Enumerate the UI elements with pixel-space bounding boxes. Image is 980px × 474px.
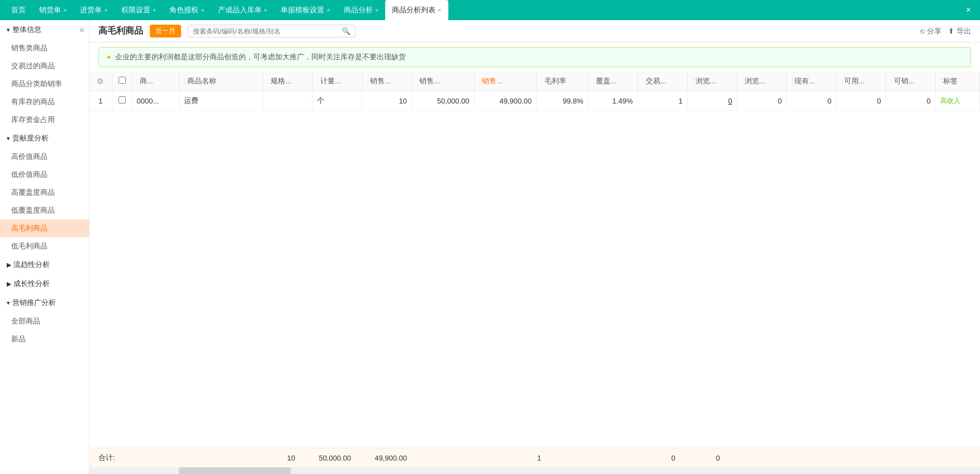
cell-sellable-stock: 0 [886,91,936,111]
sidebar-collapse-btn[interactable]: « [79,25,84,35]
nav-close-permission[interactable]: × [153,7,156,13]
sidebar-group-overview-arrow: ▾ [7,26,10,34]
page-title: 高毛利商品 [98,25,143,37]
sidebar-item-category-assist[interactable]: 商品分类助销率 [0,75,89,93]
sidebar-group-marketing-arrow: ▾ [7,299,10,307]
nav-close-product-analysis[interactable]: × [375,7,378,13]
sidebar-group-contribution[interactable]: ▾ 贡献度分析 [0,129,89,148]
nav-purchase-order[interactable]: 进货单 × [73,0,114,20]
nav-close-finished-goods[interactable]: × [264,7,267,13]
sidebar-group-marketing[interactable]: ▾ 营销推广分析 [0,293,89,312]
footer-available-stock: 0 [680,454,725,462]
footer-gross-margin [411,454,456,462]
col-views1: :浏览... [687,72,737,91]
share-btn[interactable]: ⎋ 分享 [920,26,941,36]
nav-finished-goods[interactable]: 产成品入库单 × [211,0,274,20]
footer-coverage [456,454,501,462]
bottom-scroll-bar[interactable] [89,467,980,474]
nav-permission-settings[interactable]: 权限设置 × [115,0,163,20]
nav-close-product-analysis-list[interactable]: × [438,7,441,13]
export-btn[interactable]: ⬆ 导出 [948,26,971,36]
header-actions: ⎋ 分享 ⬆ 导出 [920,26,971,36]
footer-views1 [546,454,590,462]
nav-sales-order[interactable]: 销货单 × [32,0,73,20]
nav-close-template[interactable]: × [326,7,330,13]
sidebar-item-inventory-capital[interactable]: 库存资金占用 [0,111,89,129]
sidebar-item-new-products[interactable]: 新品 [0,330,89,348]
col-sales-amount: :销售... [411,72,474,91]
scroll-thumb[interactable] [179,467,291,474]
col-gross-margin: :毛利率 [537,72,588,91]
nav-close-purchase-order[interactable]: × [104,7,107,13]
select-all-checkbox[interactable] [119,77,126,84]
table-header-row: ⚙ :商... :商品名称 :规格... :计量... :销售... :销售..… [89,72,980,91]
export-icon: ⬆ [948,27,954,35]
footer-views2 [590,454,635,462]
sidebar: « ▾ 整体信息 销售类商品 交易过的商品 商品分类助销率 有库存的商品 库存资… [0,20,89,474]
content-area: 高毛利商品 近一月 🔍 ⎋ 分享 ⬆ 导出 ✦ 企业的主要的利润都是这部分商品创… [89,20,980,474]
nav-product-analysis[interactable]: 商品分析 × [337,0,385,20]
col-name: :商品名称 [179,72,263,91]
cell-unit: 个 [313,91,362,111]
sidebar-group-growth[interactable]: ▶ 成长性分析 [0,274,89,293]
sidebar-item-traded-products[interactable]: 交易过的商品 [0,57,89,75]
cell-sku: 0000... [132,91,179,111]
nav-close-role-auth[interactable]: × [201,7,204,13]
sidebar-item-low-coverage[interactable]: 低覆盖度商品 [0,201,89,219]
sidebar-item-high-margin[interactable]: 高毛利商品 [0,219,89,237]
nav-role-auth[interactable]: 角色授权 × [163,0,211,20]
sidebar-item-high-value[interactable]: 高价值商品 [0,148,89,166]
cell-sales-profit: 49,900.00 [474,91,537,111]
sidebar-item-low-margin[interactable]: 低毛利商品 [0,237,89,255]
col-unit: :计量... [313,72,362,91]
col-sellable-stock: :可销... [886,72,936,91]
cell-tag: 高收入 [935,91,979,111]
nav-template-settings[interactable]: 单据模板设置 × [274,0,337,20]
footer-total: 合计: 10 50,000.00 49,900.00 1 0 0 [89,448,980,467]
sidebar-item-all-products[interactable]: 全部商品 [0,312,89,330]
sidebar-group-trend[interactable]: ▶ 流趋性分析 [0,255,89,274]
nav-close-all[interactable]: × [962,5,976,15]
table-body: 1 0000... 运费 个 10 50,000.00 49,900.00 99… [89,91,980,111]
col-coverage: :覆盖... [588,72,638,91]
cell-checkbox[interactable] [112,91,132,111]
col-spec: :规格... [263,72,313,91]
sidebar-item-sales-products[interactable]: 销售类商品 [0,39,89,57]
col-transactions: :交易... [638,72,688,91]
search-icon[interactable]: 🔍 [342,27,351,35]
footer-current-stock: 0 [635,454,680,462]
share-icon: ⎋ [920,27,925,35]
col-tag: :标签 [935,72,979,91]
footer-transactions: 1 [501,454,546,462]
cell-views1[interactable]: 0 [687,91,737,111]
sidebar-item-stocked-products[interactable]: 有库存的商品 [0,93,89,111]
footer-cells: 10 50,000.00 49,900.00 1 0 0 [165,454,971,462]
cell-sales-amount: 50,000.00 [411,91,474,111]
settings-icon[interactable]: ⚙ [97,77,104,86]
tag-high-income: 高收入 [940,97,960,105]
footer-label: 合计: [98,453,165,463]
cell-available-stock: 0 [836,91,886,111]
row-checkbox[interactable] [119,96,126,104]
footer-sales-amount: 50,000.00 [300,454,356,462]
col-available-stock: :可用... [836,72,886,91]
cell-transactions: 1 [638,91,688,111]
cell-name: 运费 [179,91,263,111]
cell-index: 1 [89,91,112,111]
content-header: 高毛利商品 近一月 🔍 ⎋ 分享 ⬆ 导出 [89,20,980,43]
sidebar-item-low-value[interactable]: 低价值商品 [0,166,89,184]
filter-period-btn[interactable]: 近一月 [150,25,181,37]
col-settings[interactable]: ⚙ [89,72,112,91]
table-wrap[interactable]: ⚙ :商... :商品名称 :规格... :计量... :销售... :销售..… [89,72,980,448]
nav-close-sales-order[interactable]: × [63,7,67,13]
sidebar-item-high-coverage[interactable]: 高覆盖度商品 [0,184,89,201]
search-input[interactable] [193,27,339,35]
nav-home[interactable]: 首页 [4,0,32,20]
sidebar-group-growth-arrow: ▶ [7,280,11,288]
footer-spacer [165,454,255,462]
sidebar-group-overview[interactable]: ▾ 整体信息 [0,20,89,39]
col-sku: :商... [132,72,179,91]
nav-product-analysis-list[interactable]: 商品分析列表 × [385,0,448,20]
info-icon: ✦ [106,53,112,62]
sidebar-group-trend-arrow: ▶ [7,261,11,269]
